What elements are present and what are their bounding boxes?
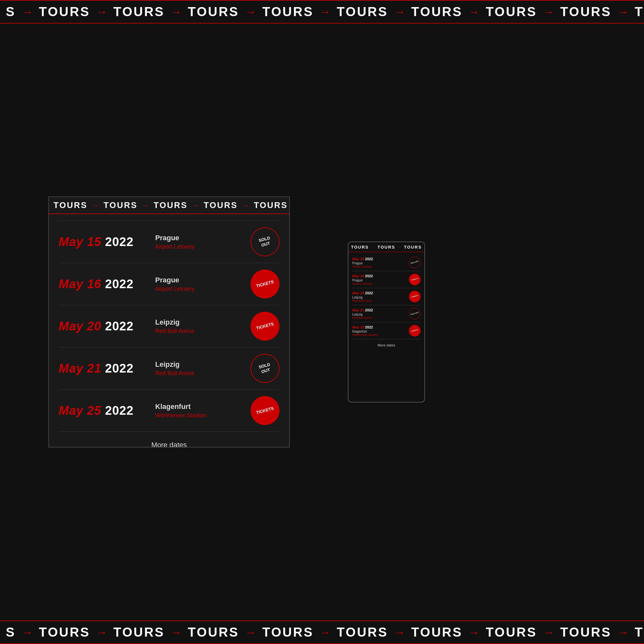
small-more-dates-button[interactable]: More dates [348,339,424,351]
small-tour-year: 2022 [365,291,373,295]
ticker-arrow: → [617,626,629,639]
small-table-row: May 25 2022 Klagenfurt Wörthersee Stadio… [352,322,421,339]
tour-city: Prague [155,234,244,242]
tickets-button[interactable]: Tickets [251,270,279,298]
ticket-btn-label: SoldOut [258,235,272,248]
card-ticker-text: TOURS [204,200,238,210]
tour-venue: Red Bull Arena [155,328,244,335]
ticker-arrow: → [319,626,331,639]
small-sold-out-button[interactable]: Sold Out [409,257,421,268]
card-ticker-text: TOURS [104,200,138,210]
ticket-btn-label: Tickets [256,406,274,415]
ticket-btn-label: Tickets [256,279,274,289]
card-ticker-text: TOURS [53,200,88,210]
small-card-ticker: TOURS → TOURS → TOURS → [348,242,424,252]
card-ticker: TOURS → TOURS → TOURS → TOURS → TOURS → … [49,197,289,214]
small-card-ticker-track: TOURS → TOURS → TOURS → [348,245,424,250]
ticket-btn-label: SoldOut [258,362,272,374]
card-ticker-track: TOURS → TOURS → TOURS → TOURS → TOURS → … [49,200,289,210]
bottom-ticker-banner: S → TOURS → TOURS → TOURS → TOURS → TOUR… [0,620,644,644]
tour-month: May 15 [59,235,101,249]
small-tour-info: May 16 2022 Prague Airport Letnany [352,274,406,285]
small-tour-date: May 15 2022 [352,257,406,261]
small-tour-info: May 21 2022 Leipzig Red Bull Arena [352,308,406,319]
small-ticket-btn-label: Tickets [411,329,418,333]
tour-date: May 16 2022 [59,277,149,291]
small-tour-venue: Wörthersee Stadion [352,333,406,336]
ticker-arrow: → [245,626,257,639]
small-tour-city: Prague [352,261,406,265]
ticker-text: TOURS [113,625,165,639]
tour-location: Prague Airport Letnany [155,276,244,292]
ticker-text: TOURS [113,5,165,19]
ticker-text: S [6,625,16,639]
tour-date: May 15 2022 [59,235,149,249]
ticker-arrow: → [394,626,405,639]
small-tour-date: May 21 2022 [352,308,406,312]
card-ticker-arrow: → [242,201,249,210]
ticker-text: TOURS [188,625,239,639]
small-tour-year: 2022 [365,257,373,261]
tour-month: May 20 [59,319,101,333]
small-ticket-btn-label: Sold Out [411,312,419,316]
tickets-button[interactable]: Tickets [251,312,279,341]
small-ticket-btn-label: Tickets [411,295,418,298]
tour-month: May 21 [59,362,101,375]
ticker-text: TOURS [188,5,239,19]
ticker-text: TOURS [560,5,611,19]
table-row: May 21 2022 Leipzig Red Bull Arena SoldO… [59,347,279,390]
card-ticker-text: TOURS [254,200,288,210]
more-dates-button[interactable]: More dates [49,432,289,448]
small-tickets-button[interactable]: Tickets [409,274,421,285]
small-table-row: May 15 2022 Prague Airport Letnany Sold … [352,254,421,271]
small-tour-year: 2022 [365,274,373,278]
ticker-arrow: → [22,5,33,19]
small-tour-date: May 20 2022 [352,291,406,295]
small-tour-month: May 20 [352,291,364,295]
small-tour-city: Klagenfurt [352,330,406,333]
ticker-text: TOURS [39,5,90,19]
small-sold-out-button[interactable]: Sold Out [409,308,421,319]
tour-city: Prague [155,276,244,284]
ticker-arrow: → [543,5,554,19]
ticker-text: TOURS [635,625,644,639]
ticker-arrow: → [170,626,182,639]
small-more-dates-label: More dates [377,343,395,347]
small-tickets-button[interactable]: Tickets [409,325,421,336]
cards-container: TOURS → TOURS → TOURS → TOURS → TOURS → … [32,196,612,448]
ticker-text: S [6,5,16,19]
top-ticker-track: S → TOURS → TOURS → TOURS → TOURS → TOUR… [0,5,644,19]
ticker-text: TOURS [486,625,537,639]
small-ticket-btn-label: Sold Out [411,260,419,264]
small-card-ticker-text: TOURS [404,245,422,250]
small-card-ticker-text: TOURS [351,245,369,250]
card-ticker-arrow: → [92,201,99,210]
ticker-text: TOURS [486,5,537,19]
tickets-button[interactable]: Tickets [251,396,279,425]
bottom-ticker-track: S → TOURS → TOURS → TOURS → TOURS → TOUR… [0,625,644,639]
small-tickets-button[interactable]: Tickets [409,291,421,302]
card-ticker-item: TOURS → TOURS → TOURS → TOURS → TOURS → … [49,200,289,210]
table-row: May 25 2022 Klagenfurt Wörthersee Stadio… [59,390,279,432]
sold-out-button[interactable]: SoldOut [251,227,279,256]
tour-location: Klagenfurt Wörthersee Stadion [155,403,244,419]
ticker-text: TOURS [411,5,462,19]
tour-city: Leipzig [155,318,244,327]
small-card-ticker-arrow: → [398,245,402,249]
small-tour-date: May 25 2022 [352,325,406,329]
small-tour-date: May 16 2022 [352,274,406,278]
small-tour-month: May 21 [352,308,364,312]
sold-out-button[interactable]: SoldOut [251,354,279,383]
ticker-arrow: → [22,626,33,639]
main-area: TOURS → TOURS → TOURS → TOURS → TOURS → … [0,29,644,615]
small-card-ticker-item: TOURS → TOURS → TOURS → [348,245,424,250]
small-tour-info: May 25 2022 Klagenfurt Wörthersee Stadio… [352,325,406,336]
tour-city: Leipzig [155,360,244,369]
ticker-arrow: → [245,5,257,19]
ticker-arrow: → [319,5,331,19]
small-tour-venue: Airport Letnany [352,282,406,285]
card-ticker-arrow: → [192,201,199,210]
tour-date: May 21 2022 [59,362,149,375]
ticker-text: TOURS [560,625,611,639]
ticker-text: TOURS [337,625,388,639]
